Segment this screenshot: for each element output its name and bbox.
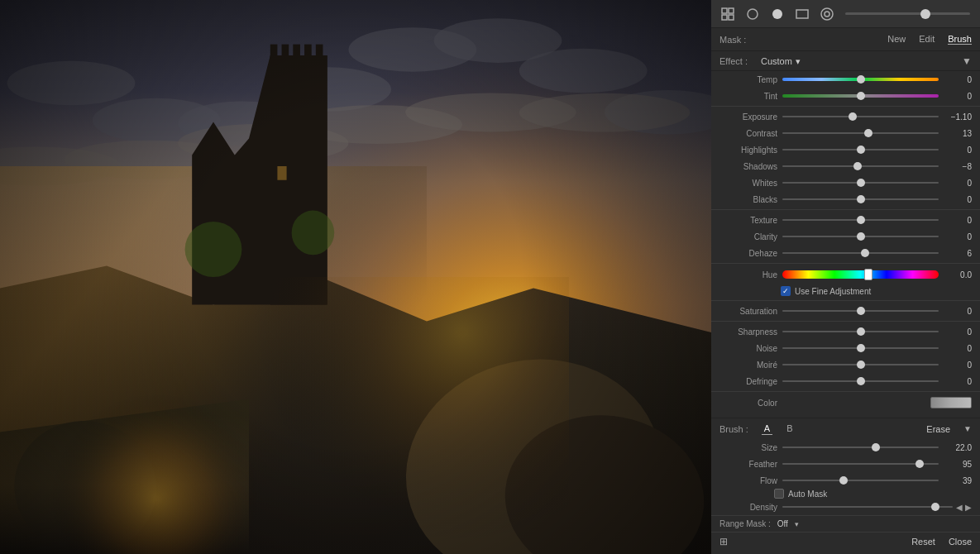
moire-slider[interactable] bbox=[782, 359, 939, 370]
hue-slider[interactable] bbox=[782, 269, 939, 280]
auto-mask-checkbox[interactable] bbox=[774, 489, 784, 499]
moire-value: 0 bbox=[942, 361, 972, 370]
saturation-slider[interactable] bbox=[782, 305, 939, 317]
whites-slider[interactable] bbox=[782, 177, 939, 189]
dehaze-slider[interactable] bbox=[782, 247, 939, 259]
fine-adjustment-row[interactable]: ✓ Use Fine Adjustment bbox=[711, 284, 980, 298]
mask-header: Mask : New Edit Brush bbox=[711, 28, 980, 51]
exposure-slider[interactable] bbox=[782, 111, 939, 122]
density-slider[interactable] bbox=[782, 501, 953, 513]
svg-point-8 bbox=[825, 12, 829, 17]
rect-tool[interactable] bbox=[792, 4, 812, 24]
sharpness-label: Sharpness bbox=[719, 327, 777, 337]
temp-slider-row: Temp 0 bbox=[711, 71, 980, 88]
contrast-value: 13 bbox=[942, 129, 972, 138]
effect-select[interactable]: Custom ▾ bbox=[761, 56, 801, 67]
sharpness-slider-row: Sharpness 0 bbox=[711, 323, 980, 340]
brush-flow-value: 39 bbox=[942, 476, 972, 485]
hue-label: Hue bbox=[719, 270, 777, 279]
mask-new-button[interactable]: New bbox=[887, 34, 906, 45]
saturation-label: Saturation bbox=[719, 307, 777, 316]
sharpness-slider[interactable] bbox=[782, 326, 939, 337]
close-button[interactable]: Close bbox=[949, 537, 972, 547]
effect-label: Effect : bbox=[719, 56, 761, 66]
whites-label: Whites bbox=[719, 179, 777, 188]
svg-rect-1 bbox=[729, 8, 734, 13]
hue-value: 0.0 bbox=[942, 270, 972, 279]
fine-adjustment-label: Use Fine Adjustment bbox=[795, 287, 871, 296]
texture-slider[interactable] bbox=[782, 214, 939, 226]
range-mask-row: Range Mask : Off ▾ bbox=[711, 515, 980, 532]
mask-edit-button[interactable]: Edit bbox=[919, 34, 935, 45]
range-mask-chevron-icon[interactable]: ▾ bbox=[795, 520, 799, 528]
tint-slider[interactable] bbox=[782, 90, 939, 102]
brush-feather-slider[interactable] bbox=[782, 458, 939, 470]
color-row: Color bbox=[711, 394, 980, 412]
toolbar-slider[interactable] bbox=[845, 12, 970, 15]
svg-rect-2 bbox=[722, 15, 727, 20]
defringe-slider[interactable] bbox=[782, 375, 939, 387]
temp-slider[interactable] bbox=[782, 74, 939, 85]
effect-collapse-icon[interactable]: ▼ bbox=[962, 55, 972, 67]
toolbar bbox=[711, 0, 980, 28]
blacks-slider-row: Blacks 0 bbox=[711, 191, 980, 208]
temp-value: 0 bbox=[942, 75, 972, 84]
exposure-label: Exposure bbox=[719, 112, 777, 122]
tint-value: 0 bbox=[942, 92, 972, 101]
dehaze-label: Dehaze bbox=[719, 249, 777, 258]
photo-canvas bbox=[0, 0, 711, 554]
brush-chevron-icon: ▼ bbox=[963, 424, 972, 433]
blacks-slider[interactable] bbox=[782, 193, 939, 205]
clarity-slider[interactable] bbox=[782, 231, 939, 242]
brush-panel: Brush : A B Erase ▼ Size 22.0 Feather bbox=[711, 418, 980, 554]
brush-erase-button[interactable]: Erase bbox=[926, 424, 950, 434]
brush-feather-row: Feather 95 bbox=[711, 456, 980, 472]
effect-row: Effect : Custom ▾ ▼ bbox=[711, 51, 980, 71]
brush-label: Brush : bbox=[719, 424, 748, 434]
action-buttons: Reset Close bbox=[911, 537, 972, 547]
svg-rect-0 bbox=[722, 8, 727, 13]
right-panel: Mask : New Edit Brush Effect : Custom ▾ … bbox=[711, 0, 980, 554]
panel-content: Effect : Custom ▾ ▼ Temp 0 Tint bbox=[711, 51, 980, 418]
noise-label: Noise bbox=[719, 344, 777, 353]
auto-mask-row[interactable]: Auto Mask bbox=[711, 489, 980, 499]
range-mask-label: Range Mask : bbox=[719, 519, 771, 528]
tint-slider-row: Tint 0 bbox=[711, 88, 980, 104]
filled-circle-tool[interactable] bbox=[767, 4, 787, 24]
brush-a-button[interactable]: A bbox=[762, 423, 772, 435]
brush-size-label: Size bbox=[719, 443, 777, 452]
noise-slider[interactable] bbox=[782, 342, 939, 354]
noise-slider-row: Noise 0 bbox=[711, 340, 980, 356]
density-increase-icon[interactable]: ▶ bbox=[965, 503, 972, 512]
svg-point-7 bbox=[821, 8, 833, 20]
moire-label: Moiré bbox=[719, 361, 777, 370]
density-decrease-icon[interactable]: ◀ bbox=[956, 503, 963, 512]
tint-label: Tint bbox=[719, 92, 777, 101]
contrast-slider[interactable] bbox=[782, 127, 939, 139]
mask-brush-button[interactable]: Brush bbox=[948, 34, 972, 45]
sharpness-value: 0 bbox=[942, 327, 972, 337]
circle-tool[interactable] bbox=[743, 4, 762, 24]
brush-flow-slider[interactable] bbox=[782, 475, 939, 486]
highlights-slider-row: Highlights 0 bbox=[711, 141, 980, 158]
moire-slider-row: Moiré 0 bbox=[711, 356, 980, 373]
shadows-slider-row: Shadows −8 bbox=[711, 158, 980, 174]
contrast-slider-row: Contrast 13 bbox=[711, 125, 980, 141]
exposure-value: −1.10 bbox=[942, 112, 972, 122]
reset-button[interactable]: Reset bbox=[911, 537, 935, 547]
shadows-slider[interactable] bbox=[782, 160, 939, 172]
fine-adjustment-checkbox[interactable]: ✓ bbox=[781, 286, 791, 296]
color-swatch[interactable] bbox=[930, 397, 972, 408]
hue-row: Hue 0.0 bbox=[711, 265, 980, 284]
brush-size-slider[interactable] bbox=[782, 442, 939, 453]
brush-b-button[interactable]: B bbox=[784, 423, 795, 435]
highlights-slider[interactable] bbox=[782, 144, 939, 155]
blacks-value: 0 bbox=[942, 195, 972, 204]
ring-tool[interactable] bbox=[817, 4, 837, 24]
grid-icon[interactable]: ⊞ bbox=[719, 536, 728, 547]
grid-tool[interactable] bbox=[718, 4, 738, 24]
temp-label: Temp bbox=[719, 75, 777, 84]
whites-value: 0 bbox=[942, 179, 972, 188]
density-slider-row: Density ◀ ▶ bbox=[711, 499, 980, 515]
defringe-label: Defringe bbox=[719, 377, 777, 386]
